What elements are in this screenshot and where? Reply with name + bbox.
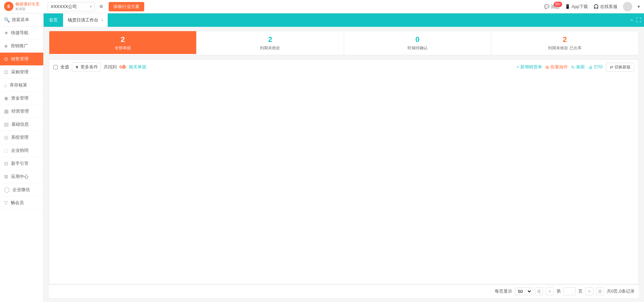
message-badge: 99+	[554, 2, 562, 7]
online-service-item[interactable]: 🎧 在线客服	[593, 4, 618, 10]
settings-icon[interactable]: ⚙	[97, 2, 106, 11]
avatar[interactable]	[623, 2, 632, 11]
tab-minimize-button[interactable]: −	[630, 17, 633, 23]
sidebar-item-guide[interactable]: ⊟新手引导	[0, 157, 43, 170]
company-selector[interactable]: XXXXXX公司 ▾	[48, 2, 95, 11]
online-service-label: 在线客服	[600, 4, 618, 10]
trial-button[interactable]: 体验行业方案	[109, 2, 144, 11]
message-icon: 💬	[544, 4, 549, 9]
tab-bar: 首页 钱货日清工作台 × − ⛶	[44, 13, 644, 27]
sidebar: 🔍搜索菜单★快捷导航◈营销推广⊙销售管理⊡采购管理⌂库存核算◉资金管理▦经营管理…	[0, 13, 44, 302]
page-input[interactable]: 1	[564, 287, 576, 295]
stat-card-1[interactable]: 2 到期未收款	[197, 31, 344, 55]
sidebar-search[interactable]: 🔍搜索菜单	[0, 13, 43, 26]
sidebar-icon-marketing: ◈	[4, 43, 8, 49]
sidebar-icon-guide: ⊟	[4, 161, 8, 167]
stat-card-2[interactable]: 0 旺铺待确认	[344, 31, 491, 55]
logo-text-area: 畅捷通好生意 标准版	[15, 2, 40, 11]
logo-area: 6 畅捷通好生意 标准版	[4, 2, 48, 11]
sidebar-item-quick-nav[interactable]: ★快捷导航	[0, 26, 43, 40]
sidebar-label-system: 系统管理	[11, 134, 29, 140]
logo-badge: 标准版	[15, 7, 40, 11]
app-icon: 📱	[565, 4, 570, 9]
sidebar-label-sales: 销售管理	[11, 56, 29, 62]
main-layout: 🔍搜索菜单★快捷导航◈营销推广⊙销售管理⊡采购管理⌂库存核算◉资金管理▦经营管理…	[0, 13, 644, 302]
stat-label-2: 旺铺待确认	[408, 45, 428, 51]
tab-active[interactable]: 钱货日清工作台 ×	[63, 13, 108, 27]
sidebar-item-app-center[interactable]: ⊠应用中心	[0, 170, 43, 183]
sidebar-item-inventory[interactable]: ⌂库存核算	[0, 79, 43, 92]
sidebar-icon-member: ▽	[4, 200, 8, 206]
top-right: 💬 消息 99+ 📱 App下载 🎧 在线客服 ▾	[544, 2, 640, 11]
table-area	[49, 74, 639, 284]
print-icon: 🖨	[588, 65, 593, 70]
sidebar-label-operation: 经营管理	[11, 108, 29, 114]
sidebar-label-app-center: 应用中心	[11, 174, 29, 180]
sidebar-item-cooperation[interactable]: ◌企业协同	[0, 144, 43, 157]
sidebar-item-member[interactable]: ▽畅会员	[0, 196, 43, 209]
sidebar-item-basic-info[interactable]: ▤基础信息	[0, 118, 43, 131]
sidebar-label-cooperation: 企业协同	[11, 147, 29, 154]
tab-bar-right: − ⛶	[630, 17, 644, 23]
prev-page-button[interactable]: ＜	[546, 287, 554, 295]
logo-name: 畅捷通好生意	[15, 2, 40, 6]
found-prefix: 共找到	[104, 64, 117, 70]
sidebar-search-label: 搜索菜单	[12, 17, 29, 23]
print-button[interactable]: 🖨 打印	[588, 64, 603, 70]
logo-icon: 6	[4, 2, 13, 11]
switch-icon: ⇄	[610, 65, 613, 69]
user-name: ▾	[638, 4, 640, 9]
refresh-label: 刷新	[576, 64, 585, 70]
app-download-item[interactable]: 📱 App下载	[565, 4, 588, 10]
print-label: 打印	[594, 64, 603, 70]
stat-label-1: 到期未收款	[260, 45, 280, 51]
per-page-select[interactable]: 50 100 200	[515, 288, 532, 295]
sidebar-label-guide: 新手引导	[11, 161, 29, 167]
sidebar-icon-basic-info: ▤	[4, 121, 9, 127]
sidebar-label-member: 畅会员	[11, 200, 24, 206]
stat-number-0: 2	[121, 35, 125, 44]
sidebar-item-system[interactable]: ◎系统管理	[0, 131, 43, 144]
last-page-button[interactable]: ⟩⟩	[596, 287, 604, 295]
tab-maximize-button[interactable]: ⛶	[636, 17, 641, 23]
batch-operation-button[interactable]: ⊞ 批量操作	[545, 64, 568, 70]
tab-close-icon[interactable]: ×	[101, 18, 103, 22]
switch-version-button[interactable]: ⇄ 切换新版	[606, 63, 634, 72]
message-item[interactable]: 💬 消息 99+	[544, 4, 559, 10]
page-suffix: 页	[578, 288, 583, 294]
sidebar-icon-finance: ◉	[4, 95, 8, 101]
sidebar-item-operation[interactable]: ▦经营管理	[0, 105, 43, 118]
filter-button[interactable]: ▼ 更多条件	[72, 62, 101, 72]
toolbar-left: 全选 ▼ 更多条件 共找到 0条 相关单据	[53, 62, 513, 72]
sidebar-label-quick-nav: 快捷导航	[11, 30, 29, 36]
sidebar-item-finance[interactable]: ◉资金管理	[0, 92, 43, 105]
stat-card-3[interactable]: 2 到期未收款 已出库	[491, 31, 638, 55]
total-info: 共0页,0条记录	[607, 288, 635, 294]
sidebar-item-sales[interactable]: ⊙销售管理	[0, 53, 43, 66]
sidebar-label-basic-info: 基础信息	[11, 121, 29, 127]
batch-label: 批量操作	[550, 64, 568, 70]
stats-row: 2 全部单据 2 到期未收款 0 旺铺待确认 2 到期未收款 已出库	[49, 31, 639, 55]
filter-label: 更多条件	[80, 64, 98, 70]
found-link[interactable]: 相关单据	[129, 64, 146, 70]
tab-home[interactable]: 首页	[44, 13, 63, 27]
sidebar-icon-wechat: ◯	[4, 187, 10, 193]
refresh-button[interactable]: ↻ 刷新	[571, 64, 585, 70]
new-order-button[interactable]: + 新增销货单	[517, 64, 542, 70]
sidebar-item-marketing[interactable]: ◈营销推广	[0, 40, 43, 53]
top-bar: 6 畅捷通好生意 标准版 XXXXXX公司 ▾ ⚙ 体验行业方案 💬 消息 99…	[0, 0, 644, 13]
service-icon: 🎧	[593, 4, 599, 9]
stat-card-0[interactable]: 2 全部单据	[49, 31, 197, 55]
select-all-checkbox[interactable]	[53, 65, 58, 69]
tab-label: 钱货日清工作台	[68, 17, 98, 23]
sidebar-icon-sales: ⊙	[4, 56, 8, 62]
found-count: 0条	[119, 64, 126, 70]
sidebar-icon-purchase: ⊡	[4, 69, 8, 75]
per-page-label: 每页显示	[495, 288, 512, 294]
next-page-button[interactable]: ＞	[585, 287, 593, 295]
sidebar-item-purchase[interactable]: ⊡采购管理	[0, 66, 43, 79]
page-label: 第	[556, 288, 561, 294]
first-page-button[interactable]: ⟨⟨	[535, 287, 543, 295]
stat-label-3: 到期未收款 已出库	[548, 45, 581, 51]
sidebar-item-wechat[interactable]: ◯企业微信	[0, 183, 43, 196]
